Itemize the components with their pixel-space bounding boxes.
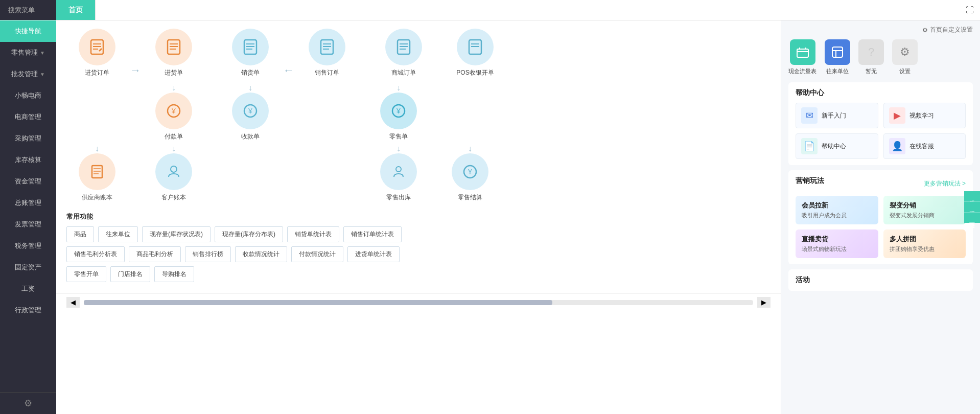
svg-point-34	[396, 167, 401, 172]
svg-text:¥: ¥	[248, 107, 252, 115]
func-partners[interactable]: 往来单位	[98, 226, 138, 242]
quicknav-header: ⚙ 首页自定义设置	[788, 26, 973, 34]
quicknav-icons: 现金流量表 往来单位 ? 暂无 ⚙ 设置	[788, 39, 973, 75]
sidebar-item-purchase[interactable]: 采购管理	[0, 128, 56, 149]
func-sales-rank[interactable]: 销售排行榜	[185, 246, 231, 262]
func-stock-status[interactable]: 现存量(库存状况表)	[142, 226, 211, 242]
sidebar-item-tax[interactable]: 税务管理	[0, 235, 56, 257]
help-online[interactable]: 👤 在线客服	[883, 133, 966, 159]
node-pos[interactable]: POS收银开单	[445, 29, 506, 77]
help-grid: ✉ 新手入门 ▶ 视频学习 📄 帮助中心 👤 在线客服	[796, 103, 966, 159]
flow-diagram: 进货订单 → 进货单 销货单	[56, 20, 781, 207]
help-beginner[interactable]: ✉ 新手入门	[796, 103, 878, 128]
func-goods-profit[interactable]: 商品毛利分析	[129, 246, 181, 262]
chevron-down-icon: ▼	[40, 72, 45, 77]
float-service-community[interactable]: 服务社区	[964, 201, 980, 212]
node-purchase-order[interactable]: 进货订单	[66, 29, 128, 77]
func-gross-profit[interactable]: 销售毛利分析表	[66, 246, 125, 262]
sidebar-item-retail[interactable]: 零售管理 ▼	[0, 42, 56, 63]
customer-account-icon	[155, 153, 192, 190]
func-goods[interactable]: 商品	[66, 226, 94, 242]
quicknav-settings[interactable]: ⚙ 设置	[892, 39, 918, 75]
settings-icon[interactable]: ⚙	[24, 398, 32, 409]
sidebar-item-quicknav[interactable]: 快捷导航	[0, 20, 56, 42]
retail-settlement-icon: ¥	[452, 153, 488, 190]
sales-label: 销货单	[241, 68, 260, 77]
quicknav-cashflow[interactable]: 现金流量表	[788, 39, 816, 75]
receipt-label: 收款单	[241, 132, 260, 141]
scroll-right-button[interactable]: ▶	[757, 297, 771, 308]
node-sales[interactable]: 销货单	[220, 29, 281, 77]
scroll-track[interactable]	[84, 300, 753, 305]
quicknav-partners[interactable]: 往来单位	[825, 39, 850, 75]
member-desc: 吸引用户成为会员	[802, 212, 872, 219]
homepage-customize[interactable]: ⚙ 首页自定义设置	[922, 26, 973, 34]
func-stock-dist[interactable]: 现存量(库存分布表)	[215, 226, 283, 242]
retail-settlement-label: 零售结算	[458, 193, 482, 202]
sidebar-item-finance[interactable]: 资金管理	[0, 171, 56, 192]
func-purchase-stats[interactable]: 进货单统计表	[347, 246, 400, 262]
home-tab[interactable]: 首页	[56, 0, 96, 20]
help-video[interactable]: ▶ 视频学习	[883, 103, 966, 128]
node-sales-order[interactable]: 销售订单	[296, 29, 358, 77]
more-marketing-link[interactable]: 更多营销玩法 >	[924, 179, 966, 188]
svg-text:¥: ¥	[171, 107, 176, 115]
sidebar-settings[interactable]: ⚙	[0, 392, 56, 414]
func-sales-stats[interactable]: 销货单统计表	[287, 226, 339, 242]
marketing-member[interactable]: 会员拉新 吸引用户成为会员	[796, 196, 878, 224]
marketing-group[interactable]: 多人拼团 拼团购物享受优惠	[883, 229, 966, 258]
func-row-2: 销售毛利分析表 商品毛利分析 销售排行榜 收款情况统计 付款情况统计 进货单统计…	[66, 246, 771, 262]
svg-point-33	[171, 166, 177, 172]
common-functions: 常用功能 商品 往来单位 现存量(库存状况表) 现存量(库存分布表) 销货单统计…	[56, 207, 781, 293]
sidebar-item-ledger[interactable]: 总账管理	[0, 192, 56, 214]
quicknav-none[interactable]: ? 暂无	[858, 39, 884, 75]
expand-button[interactable]: ⛶	[966, 0, 980, 20]
pos-label: POS收银开单	[456, 68, 494, 77]
supplier-account-icon	[79, 153, 115, 190]
center-panel: 进货订单 → 进货单 销货单	[56, 20, 781, 414]
func-order-stats[interactable]: 销售订单统计表	[343, 226, 402, 242]
search-menu[interactable]: 搜索菜单	[0, 0, 56, 20]
func-retail-order[interactable]: 零售开单	[66, 266, 106, 282]
marketing-live[interactable]: 直播卖货 场景式购物新玩法	[796, 229, 878, 258]
sidebar-item-label: 行政管理	[15, 306, 41, 315]
func-guide-rank[interactable]: 导购排名	[154, 266, 194, 282]
float-desktop-shortcut[interactable]: 桌面快捷	[964, 212, 980, 223]
func-receipt-stats[interactable]: 收款情况统计	[235, 246, 287, 262]
func-row-1: 商品 往来单位 现存量(库存状况表) 现存量(库存分布表) 销货单统计表 销售订…	[66, 226, 771, 242]
scroll-left-button[interactable]: ◀	[66, 297, 80, 308]
expand-icon: ⛶	[966, 6, 974, 15]
none-icon-box: ?	[858, 39, 884, 65]
sidebar-item-label: 工资	[21, 284, 35, 293]
sidebar-item-label: 固定资产	[15, 263, 41, 272]
supplier-account-label: 供应商账本	[82, 193, 112, 202]
chevron-down-icon: ▼	[40, 50, 45, 56]
sidebar-item-wholesale[interactable]: 批发管理 ▼	[0, 63, 56, 85]
sidebar-item-label: 资金管理	[15, 177, 41, 186]
help-center-card: 帮助中心 ✉ 新手入门 ▶ 视频学习 📄 帮助中心 👤 在线客服	[788, 82, 973, 165]
online-service-label: 在线客服	[909, 142, 934, 151]
sidebar-item-salary[interactable]: 工资	[0, 278, 56, 300]
func-store-rank[interactable]: 门店排名	[110, 266, 150, 282]
sidebar-item-ecommerce-mgmt[interactable]: 电商管理	[0, 106, 56, 128]
sales-icon	[232, 29, 269, 65]
help-center-link[interactable]: 📄 帮助中心	[796, 133, 878, 159]
node-purchase[interactable]: 进货单	[143, 29, 204, 77]
payment-icon: ¥	[155, 93, 192, 129]
retail-warehouse-icon	[380, 153, 417, 190]
sidebar-item-assets[interactable]: 固定资产	[0, 257, 56, 278]
sidebar-item-admin[interactable]: 行政管理	[0, 300, 56, 321]
func-payment-stats[interactable]: 付款情况统计	[291, 246, 343, 262]
sales-order-icon	[309, 29, 345, 65]
marketing-grid: 会员拉新 吸引用户成为会员 裂变分销 裂变式发展分销商 直播卖货 场景式购物新玩…	[796, 196, 966, 258]
sidebar-item-inventory[interactable]: 库存核算	[0, 149, 56, 171]
float-service-hotline[interactable]: 客服热线	[964, 191, 980, 201]
node-mall-order[interactable]: 商城订单	[373, 29, 434, 77]
group-desc: 拼团购物享受优惠	[890, 245, 960, 253]
sidebar-item-ecommerce-small[interactable]: 小畅电商	[0, 85, 56, 106]
sidebar-item-invoice[interactable]: 发票管理	[0, 214, 56, 235]
help-center-title: 帮助中心	[796, 88, 966, 98]
marketing-fission[interactable]: 裂变分销 裂变式发展分销商	[883, 196, 966, 224]
partners-icon-box	[825, 39, 850, 65]
scrollbar-area: ◀ ▶	[56, 293, 781, 311]
